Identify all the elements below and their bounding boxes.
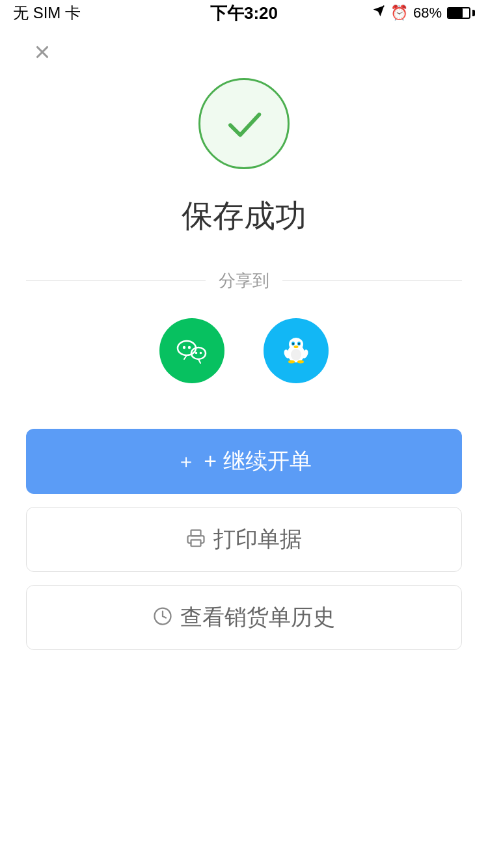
action-buttons: ＋ + 继续开单 打印单据 查看销货单历史 (0, 429, 488, 650)
battery-icon (447, 7, 475, 19)
printer-icon (186, 528, 206, 551)
svg-point-10 (200, 352, 202, 355)
plus-icon: ＋ (176, 452, 196, 471)
history-label: 查看销货单历史 (180, 603, 335, 632)
continue-label: + 继续开单 (204, 446, 311, 476)
svg-point-17 (294, 346, 299, 348)
success-circle (198, 78, 290, 169)
svg-point-18 (288, 360, 295, 364)
qq-icon (277, 331, 316, 370)
history-button[interactable]: 查看销货单历史 (26, 585, 462, 650)
checkmark-icon (221, 101, 267, 146)
print-button[interactable]: 打印单据 (26, 507, 462, 572)
alarm-icon: ⏰ (390, 5, 408, 21)
status-time: 下午3:20 (210, 2, 278, 25)
share-divider: 分享到 (0, 269, 488, 292)
share-label: 分享到 (206, 269, 282, 292)
svg-marker-2 (373, 6, 385, 17)
status-bar: 无 SIM 卡 下午3:20 ⏰ 68% (0, 0, 488, 26)
close-button[interactable] (26, 36, 59, 68)
divider-left (26, 280, 206, 281)
svg-point-14 (292, 343, 293, 344)
divider-right (282, 280, 462, 281)
svg-point-22 (291, 349, 301, 360)
svg-point-5 (178, 341, 196, 355)
svg-rect-24 (191, 539, 201, 546)
wechat-icon (172, 331, 211, 370)
print-label: 打印单据 (213, 524, 302, 554)
svg-point-8 (188, 346, 191, 349)
clock-icon (153, 606, 172, 629)
svg-rect-23 (191, 530, 201, 536)
battery-percent: 68% (413, 5, 442, 21)
svg-point-19 (297, 360, 304, 364)
share-icons (159, 318, 329, 383)
svg-point-16 (298, 343, 299, 344)
svg-point-9 (195, 352, 198, 355)
status-right: ⏰ 68% (372, 5, 475, 21)
qq-share-button[interactable] (264, 318, 329, 383)
status-left: 无 SIM 卡 (13, 3, 86, 23)
wechat-share-button[interactable] (159, 318, 224, 383)
continue-button[interactable]: ＋ + 继续开单 (26, 429, 462, 494)
location-icon (372, 5, 385, 21)
main-content: 保存成功 分享到 (0, 26, 488, 650)
sim-status: 无 SIM 卡 (13, 3, 81, 23)
svg-point-7 (183, 346, 185, 349)
success-title: 保存成功 (182, 195, 306, 237)
